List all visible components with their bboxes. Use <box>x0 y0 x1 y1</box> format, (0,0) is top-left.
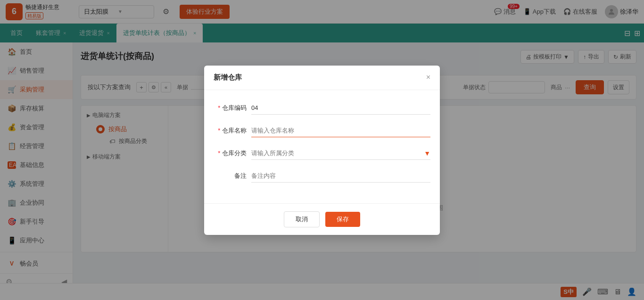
warehouse-code-label: 仓库编码 <box>214 104 251 112</box>
category-dropdown-icon[interactable]: ▼ <box>424 150 430 157</box>
save-button[interactable]: 保存 <box>325 212 360 227</box>
warehouse-category-wrapper: ▼ <box>251 147 430 160</box>
warehouse-name-row: 仓库名称 <box>214 124 430 137</box>
modal-body: 仓库编码 仓库名称 仓库分类 ▼ 备注 <box>204 90 440 203</box>
modal-close-icon[interactable]: × <box>426 73 430 82</box>
modal-header: 新增仓库 × <box>204 66 440 90</box>
modal-footer: 取消 保存 <box>204 203 440 235</box>
warehouse-category-input[interactable] <box>251 147 430 160</box>
warehouse-name-label: 仓库名称 <box>214 126 251 135</box>
warehouse-category-label: 仓库分类 <box>214 149 251 158</box>
warehouse-category-row: 仓库分类 ▼ <box>214 147 430 160</box>
cancel-button[interactable]: 取消 <box>284 211 320 227</box>
modal-overlay[interactable]: 新增仓库 × 仓库编码 仓库名称 仓库分类 ▼ <box>0 0 644 300</box>
warehouse-remark-input[interactable] <box>251 169 430 183</box>
warehouse-remark-label: 备注 <box>214 172 251 180</box>
warehouse-code-row: 仓库编码 <box>214 101 430 115</box>
new-warehouse-modal: 新增仓库 × 仓库编码 仓库名称 仓库分类 ▼ <box>204 66 440 235</box>
modal-title: 新增仓库 <box>214 73 242 82</box>
warehouse-remark-row: 备注 <box>214 169 430 183</box>
warehouse-code-input[interactable] <box>251 101 430 115</box>
warehouse-name-input[interactable] <box>251 124 430 137</box>
